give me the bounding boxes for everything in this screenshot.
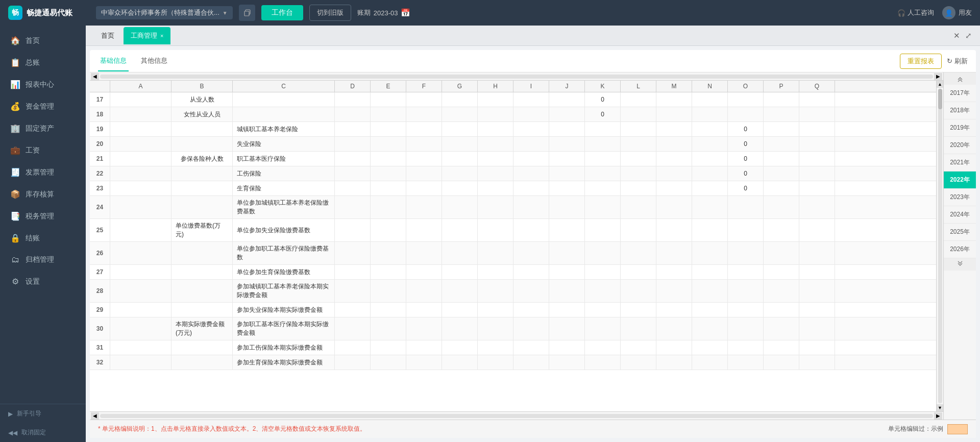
- row-17-l[interactable]: [621, 92, 656, 107]
- year-2023[interactable]: 2023年: [944, 189, 976, 206]
- row-19-k[interactable]: [585, 122, 621, 136]
- row-28-p[interactable]: [764, 280, 799, 302]
- year-2017[interactable]: 2017年: [944, 85, 976, 102]
- sheet-scroll-area[interactable]: A B C D E F G H I J K L: [90, 81, 936, 411]
- row-29-g[interactable]: [442, 303, 478, 317]
- row-29-c[interactable]: 参加失业保险本期实际缴费金额: [233, 303, 335, 317]
- row-31-c[interactable]: 参加工伤保险本期实际缴费金额: [233, 340, 335, 355]
- row-20-k[interactable]: [585, 137, 621, 151]
- row-25-b[interactable]: 单位缴费基数(万元): [172, 219, 233, 241]
- row-26-j[interactable]: [549, 242, 585, 264]
- sidebar-item-home[interactable]: 🏠 首页: [0, 30, 86, 52]
- year-2018[interactable]: 2018年: [944, 102, 976, 119]
- row-17-f[interactable]: [406, 92, 442, 107]
- row-24-p[interactable]: [764, 196, 799, 218]
- row-22-b[interactable]: [172, 166, 233, 181]
- row-28-d[interactable]: [335, 280, 371, 302]
- year-panel-up[interactable]: [944, 72, 976, 85]
- row-23-o[interactable]: 0: [728, 181, 764, 195]
- row-25-o[interactable]: [728, 219, 764, 241]
- row-24-j[interactable]: [549, 196, 585, 218]
- row-26-g[interactable]: [442, 242, 478, 264]
- row-27-n[interactable]: [692, 265, 728, 279]
- row-23-m[interactable]: [656, 181, 692, 195]
- row-22-h[interactable]: [478, 166, 513, 181]
- row-24-o[interactable]: [728, 196, 764, 218]
- row-19-l[interactable]: [621, 122, 656, 136]
- row-28-b[interactable]: [172, 280, 233, 302]
- row-17-p[interactable]: [764, 92, 799, 107]
- row-24-f[interactable]: [406, 196, 442, 218]
- sidebar-item-inventory[interactable]: 📦 库存核算: [0, 183, 86, 205]
- row-28-o[interactable]: [728, 280, 764, 302]
- row-31-i[interactable]: [513, 340, 549, 355]
- row-29-i[interactable]: [513, 303, 549, 317]
- year-panel-down[interactable]: [944, 258, 976, 271]
- row-24-k[interactable]: [585, 196, 621, 218]
- row-21-k[interactable]: [585, 152, 621, 166]
- row-31-o[interactable]: [728, 340, 764, 355]
- row-20-c[interactable]: 失业保险: [233, 137, 335, 151]
- row-26-e[interactable]: [371, 242, 406, 264]
- row-29-a[interactable]: [110, 303, 172, 317]
- row-19-j[interactable]: [549, 122, 585, 136]
- row-31-m[interactable]: [656, 340, 692, 355]
- row-18-g[interactable]: [442, 107, 478, 121]
- row-20-n[interactable]: [692, 137, 728, 151]
- row-21-f[interactable]: [406, 152, 442, 166]
- row-32-k[interactable]: [585, 355, 621, 370]
- year-2019[interactable]: 2019年: [944, 119, 976, 137]
- sub-tab-basic[interactable]: 基础信息: [98, 51, 129, 71]
- row-25-p[interactable]: [764, 219, 799, 241]
- row-30-f[interactable]: [406, 317, 442, 340]
- row-29-l[interactable]: [621, 303, 656, 317]
- row-27-j[interactable]: [549, 265, 585, 279]
- row-17-d[interactable]: [335, 92, 371, 107]
- row-27-g[interactable]: [442, 265, 478, 279]
- sidebar-item-asset[interactable]: 🏢 固定资产: [0, 117, 86, 139]
- row-20-p[interactable]: [764, 137, 799, 151]
- row-25-h[interactable]: [478, 219, 513, 241]
- row-32-i[interactable]: [513, 355, 549, 370]
- row-30-h[interactable]: [478, 317, 513, 340]
- row-24-c[interactable]: 单位参加城镇职工基本养老保险缴费基数: [233, 196, 335, 218]
- row-27-m[interactable]: [656, 265, 692, 279]
- year-2025[interactable]: 2025年: [944, 224, 976, 241]
- row-18-k[interactable]: 0: [585, 107, 621, 121]
- row-24-d[interactable]: [335, 196, 371, 218]
- row-26-d[interactable]: [335, 242, 371, 264]
- row-22-n[interactable]: [692, 166, 728, 181]
- maximize-icon[interactable]: ⤢: [965, 31, 972, 40]
- row-21-j[interactable]: [549, 152, 585, 166]
- row-22-e[interactable]: [371, 166, 406, 181]
- sidebar-item-capital[interactable]: 💰 资金管理: [0, 95, 86, 117]
- row-30-i[interactable]: [513, 317, 549, 340]
- row-23-b[interactable]: [172, 181, 233, 195]
- row-29-p[interactable]: [764, 303, 799, 317]
- row-27-b[interactable]: [172, 265, 233, 279]
- row-19-i[interactable]: [513, 122, 549, 136]
- vscroll-down-btn[interactable]: ▼: [937, 404, 944, 411]
- row-31-q[interactable]: [799, 340, 835, 355]
- row-23-h[interactable]: [478, 181, 513, 195]
- row-23-k[interactable]: [585, 181, 621, 195]
- row-22-o[interactable]: 0: [728, 166, 764, 181]
- row-24-i[interactable]: [513, 196, 549, 218]
- year-2021[interactable]: 2021年: [944, 154, 976, 171]
- sidebar-item-invoice[interactable]: 🧾 发票管理: [0, 161, 86, 183]
- row-28-q[interactable]: [799, 280, 835, 302]
- year-2026[interactable]: 2026年: [944, 241, 976, 258]
- sidebar-item-archive[interactable]: 🗂 归档管理: [0, 249, 86, 271]
- row-19-m[interactable]: [656, 122, 692, 136]
- row-25-j[interactable]: [549, 219, 585, 241]
- row-23-j[interactable]: [549, 181, 585, 195]
- row-28-j[interactable]: [549, 280, 585, 302]
- row-32-n[interactable]: [692, 355, 728, 370]
- row-20-l[interactable]: [621, 137, 656, 151]
- row-26-c[interactable]: 单位参加职工基本医疗保险缴费基数: [233, 242, 335, 264]
- row-27-c[interactable]: 单位参加生育保险缴费基数: [233, 265, 335, 279]
- row-18-b[interactable]: 女性从业人员: [172, 107, 233, 121]
- row-21-c[interactable]: 职工基本医疗保险: [233, 152, 335, 166]
- row-29-d[interactable]: [335, 303, 371, 317]
- row-30-n[interactable]: [692, 317, 728, 340]
